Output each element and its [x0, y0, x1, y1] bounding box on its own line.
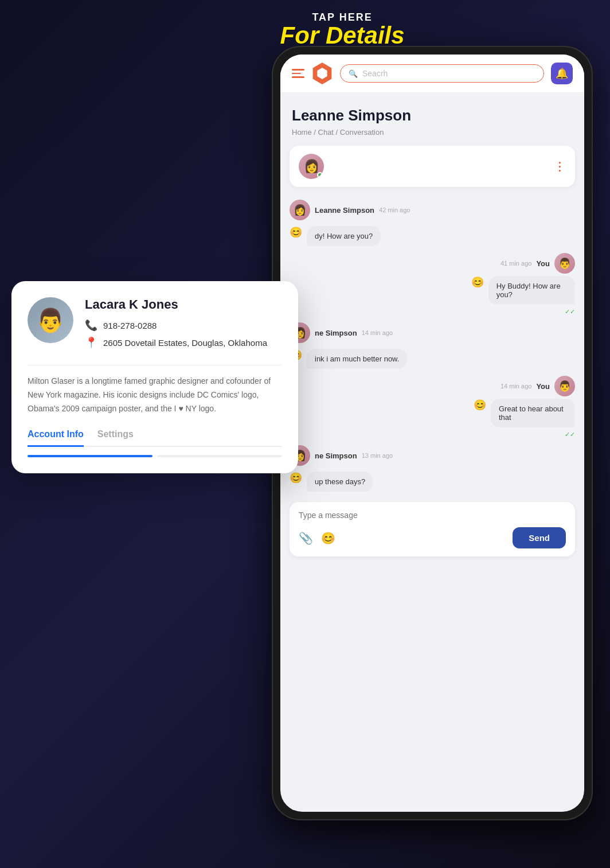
input-actions: 📎 😊 Send [299, 527, 566, 548]
emoji-picker-icon[interactable]: 😊 [321, 531, 335, 545]
profile-header: 👨 Lacara K Jones 📞 918-278-0288 📍 2605 D… [28, 297, 282, 353]
message-content-2: 😊 Hy Buddy! How are you? [459, 276, 575, 305]
sender-info-3: 👩 ne Simpson 14 min ago [290, 322, 575, 343]
sender-name-5: ne Simpson [315, 451, 357, 460]
message-bubble-4: Great to hear about that [491, 399, 575, 427]
logo-icon [311, 63, 333, 84]
phone-screen: 🔍 Seacrh 🔔 Leanne Simpson Home / Chat / … [280, 55, 584, 812]
sender-avatar-1: 👩 [290, 200, 310, 220]
profile-info: Lacara K Jones 📞 918-278-0288 📍 2605 Dov… [85, 297, 267, 353]
profile-name: Lacara K Jones [85, 297, 267, 312]
sender-info-2: 41 min ago You 👨 [500, 253, 575, 274]
tab-account-info[interactable]: Account Info [28, 429, 84, 447]
sender-avatar-face-4: 👨 [558, 380, 571, 392]
attach-icon[interactable]: 📎 [299, 531, 313, 545]
emoji-1: 😊 [290, 226, 302, 239]
page-title-area: Leanne Simpson Home / Chat / Conversatio… [280, 93, 584, 146]
sender-info-5: 👩 ne Simpson 13 min ago [290, 445, 575, 466]
more-options-button[interactable]: ⋮ [554, 159, 566, 173]
bio-text: Milton Glaser is a longtime famed graphi… [28, 375, 282, 415]
send-button[interactable]: Send [513, 527, 566, 548]
tab-indicator-inactive [157, 455, 282, 457]
tab-indicator-active [28, 455, 152, 457]
emoji-2: 😊 [471, 276, 484, 289]
message-time-2: 41 min ago [500, 260, 531, 267]
phone-item: 📞 918-278-0288 [85, 319, 267, 332]
notification-icon: 🔔 [556, 67, 568, 80]
page-title: Leanne Simpson [292, 107, 573, 124]
sender-name-1: Leanne Simpson [315, 206, 374, 215]
message-group-4: 14 min ago You 👨 😊 Great to hear about t… [290, 376, 575, 438]
chat-header-card: 👩 ⋮ [290, 146, 575, 187]
read-receipt-4: ✓✓ [565, 431, 575, 438]
message-content-5: 😊 up these days? [290, 472, 575, 492]
phone-number: 918-278-0288 [103, 321, 157, 330]
address-text: 2605 Dovetail Estates, Douglas, Oklahoma [103, 338, 267, 348]
message-group-5: 👩 ne Simpson 13 min ago 😊 up these days? [290, 445, 575, 492]
message-group-1: 👩 Leanne Simpson 42 min ago 😊 dy! How ar… [290, 200, 575, 246]
address-item: 📍 2605 Dovetail Estates, Douglas, Oklaho… [85, 336, 267, 349]
contact-avatar: 👩 [299, 154, 324, 179]
search-placeholder-text: Seacrh [362, 69, 388, 78]
for-details-text: For Details [280, 24, 405, 48]
online-status-dot [317, 172, 323, 178]
you-label-4: You [536, 382, 550, 391]
hamburger-menu-icon[interactable] [292, 69, 304, 78]
sender-info-4: 14 min ago You 👨 [500, 376, 575, 396]
sender-avatar-face-1: 👩 [294, 204, 306, 216]
message-time-5: 13 min ago [362, 452, 393, 459]
message-bubble-5: up these days? [307, 472, 373, 492]
avatar-face: 👩 [304, 159, 319, 174]
phone-icon: 📞 [85, 319, 97, 332]
message-group-2: 41 min ago You 👨 😊 Hy Buddy! How are you… [290, 253, 575, 316]
message-time-4: 14 min ago [500, 383, 531, 390]
message-content-3: 😊 ink i am much better now. [290, 349, 575, 369]
message-content-1: 😊 dy! How are you? [290, 226, 575, 246]
logo-inner [316, 68, 328, 79]
message-group-3: 👩 ne Simpson 14 min ago 😊 ink i am much … [290, 322, 575, 369]
chat-card-header: 👩 ⋮ [299, 154, 566, 179]
message-time-1: 42 min ago [379, 207, 410, 213]
sender-info-1: 👩 Leanne Simpson 42 min ago [290, 200, 575, 220]
sender-avatar-face-2: 👨 [558, 257, 571, 270]
sender-name-3: ne Simpson [315, 329, 357, 337]
divider [28, 365, 282, 365]
sender-avatar-2: 👨 [554, 253, 575, 274]
message-bubble-1: dy! How are you? [307, 226, 381, 246]
message-bubble-3: ink i am much better now. [307, 349, 407, 369]
sender-avatar-4: 👨 [554, 376, 575, 396]
message-bubble-2: Hy Buddy! How are you? [488, 276, 575, 305]
tap-here-banner: TAP HERE For Details [280, 11, 405, 48]
search-icon: 🔍 [349, 69, 358, 78]
message-input[interactable] [299, 511, 566, 520]
emoji-4: 😊 [474, 399, 486, 411]
message-input-area: 📎 😊 Send [290, 502, 575, 556]
message-time-3: 14 min ago [362, 329, 393, 336]
profile-avatar: 👨 [28, 297, 73, 343]
location-icon: 📍 [85, 336, 97, 349]
header-bar: 🔍 Seacrh 🔔 [280, 55, 584, 93]
read-receipt-2: ✓✓ [565, 308, 575, 316]
emoji-5: 😊 [290, 472, 302, 484]
profile-card: 👨 Lacara K Jones 📞 918-278-0288 📍 2605 D… [11, 281, 298, 473]
notification-button[interactable]: 🔔 [551, 63, 573, 84]
profile-tabs: Account Info Settings [28, 429, 282, 447]
you-label-2: You [536, 259, 550, 268]
messages-area: 👩 Leanne Simpson 42 min ago 😊 dy! How ar… [280, 194, 584, 497]
breadcrumb: Home / Chat / Conversation [292, 128, 573, 137]
phone-frame: 🔍 Seacrh 🔔 Leanne Simpson Home / Chat / … [272, 46, 593, 820]
search-bar[interactable]: 🔍 Seacrh [340, 64, 544, 83]
tab-indicators [28, 455, 282, 457]
tab-settings[interactable]: Settings [97, 429, 134, 447]
message-content-4: 😊 Great to hear about that [463, 399, 575, 427]
input-icons: 📎 😊 [299, 531, 335, 545]
profile-avatar-icon: 👨 [36, 307, 65, 334]
